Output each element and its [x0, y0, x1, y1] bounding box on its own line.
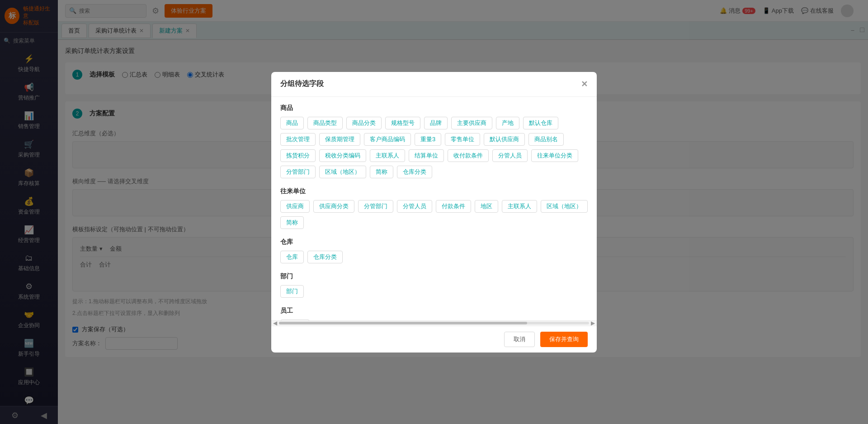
field-tag[interactable]: 拣货积分 — [280, 149, 316, 162]
section-employee-title: 员工 — [280, 307, 588, 315]
section-employee: 员工 业务员 — [280, 307, 588, 320]
field-tag[interactable]: 部门 — [280, 285, 304, 298]
field-tag[interactable]: 主联系人 — [370, 149, 405, 162]
field-tag[interactable]: 商品类型 — [307, 117, 343, 129]
field-tag[interactable]: 重量3 — [415, 133, 441, 146]
section-product-fields: 商品商品类型商品分类规格型号品牌主要供应商产地默认仓库批次管理保质期管理客户商品… — [280, 117, 588, 178]
field-tag[interactable]: 批次管理 — [280, 133, 316, 146]
section-product-title: 商品 — [280, 104, 588, 112]
field-tag[interactable]: 规格型号 — [385, 117, 420, 129]
cancel-button[interactable]: 取消 — [504, 332, 535, 347]
save-query-button[interactable]: 保存并查询 — [540, 332, 588, 347]
field-tag[interactable]: 地区 — [475, 200, 498, 213]
field-tag[interactable]: 付款条件 — [436, 200, 471, 213]
section-warehouse-fields: 仓库仓库分类 — [280, 251, 588, 263]
field-tag[interactable]: 供应商分类 — [313, 200, 354, 213]
field-tag[interactable]: 主联系人 — [502, 200, 537, 213]
section-partner: 往来单位 供应商供应商分类分管部门分管人员付款条件地区主联系人区域（地区）简称 — [280, 187, 588, 229]
section-partner-fields: 供应商供应商分类分管部门分管人员付款条件地区主联系人区域（地区）简称 — [280, 200, 588, 229]
section-department-fields: 部门 — [280, 285, 588, 298]
field-tag[interactable]: 分管部门 — [280, 166, 316, 178]
section-department-title: 部门 — [280, 272, 588, 281]
field-tag[interactable]: 品牌 — [424, 117, 448, 129]
field-tag[interactable]: 仓库 — [280, 251, 304, 263]
modal-body: 商品 商品商品类型商品分类规格型号品牌主要供应商产地默认仓库批次管理保质期管理客… — [271, 97, 597, 320]
field-tag[interactable]: 保质期管理 — [319, 133, 360, 146]
modal-title: 分组待选字段 — [280, 79, 324, 89]
modal-header: 分组待选字段 ✕ — [271, 72, 597, 97]
field-tag[interactable]: 商品 — [280, 117, 304, 129]
section-warehouse: 仓库 仓库仓库分类 — [280, 238, 588, 263]
section-product: 商品 商品商品类型商品分类规格型号品牌主要供应商产地默认仓库批次管理保质期管理客… — [280, 104, 588, 178]
field-tag[interactable]: 客户商品编码 — [364, 133, 411, 146]
field-select-modal: 分组待选字段 ✕ 商品 商品商品类型商品分类规格型号品牌主要供应商产地默认仓库批… — [271, 72, 597, 353]
section-partner-title: 往来单位 — [280, 187, 588, 195]
modal-overlay: 分组待选字段 ✕ 商品 商品商品类型商品分类规格型号品牌主要供应商产地默认仓库批… — [0, 0, 868, 424]
field-tag[interactable]: 产地 — [496, 117, 519, 129]
field-tag[interactable]: 仓库分类 — [397, 166, 432, 178]
field-tag[interactable]: 默认供应商 — [484, 133, 525, 146]
field-tag[interactable]: 区域（地区） — [541, 200, 588, 213]
field-tag[interactable]: 分管人员 — [492, 149, 528, 162]
section-warehouse-title: 仓库 — [280, 238, 588, 246]
field-tag[interactable]: 商品别名 — [528, 133, 564, 146]
field-tag[interactable]: 仓库分类 — [307, 251, 343, 263]
field-tag[interactable]: 简称 — [280, 216, 304, 229]
section-department: 部门 部门 — [280, 272, 588, 298]
field-tag[interactable]: 商品分类 — [346, 117, 382, 129]
field-tag[interactable]: 分管部门 — [358, 200, 393, 213]
field-tag[interactable]: 税收分类编码 — [319, 149, 366, 162]
field-tag[interactable]: 默认仓库 — [523, 117, 558, 129]
field-tag[interactable]: 分管人员 — [397, 200, 432, 213]
field-tag[interactable]: 供应商 — [280, 200, 310, 213]
modal-close-icon[interactable]: ✕ — [581, 79, 588, 89]
modal-horizontal-scrollbar[interactable]: ◀ ▶ — [271, 320, 597, 326]
field-tag[interactable]: 主要供应商 — [451, 117, 492, 129]
field-tag[interactable]: 零售单位 — [445, 133, 480, 146]
field-tag[interactable]: 往来单位分类 — [531, 149, 578, 162]
field-tag[interactable]: 区域（地区） — [319, 166, 366, 178]
field-tag[interactable]: 简称 — [370, 166, 393, 178]
modal-footer: 取消 保存并查询 — [271, 326, 597, 353]
field-tag[interactable]: 收付款条件 — [448, 149, 489, 162]
field-tag[interactable]: 结算单位 — [409, 149, 444, 162]
